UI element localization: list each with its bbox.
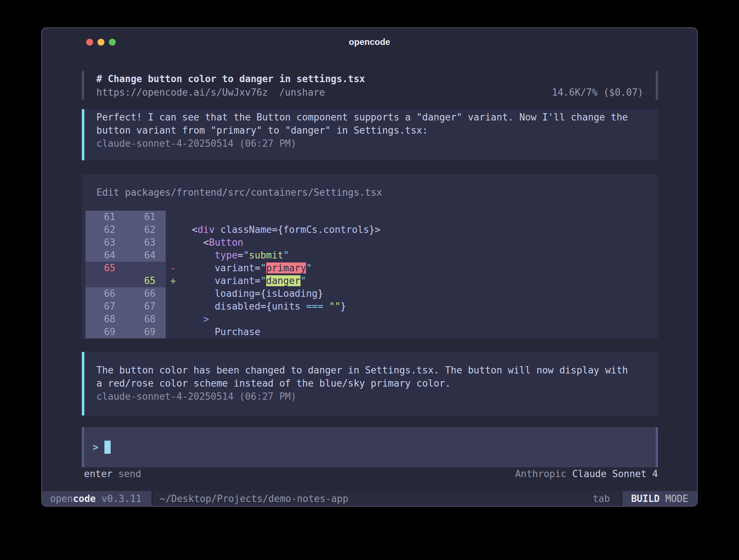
titlebar: opencode bbox=[42, 28, 697, 51]
diff-row: 6464 type="submit" bbox=[82, 249, 658, 262]
line-number-new: 65 bbox=[126, 275, 166, 287]
send-action-hint bbox=[112, 467, 118, 480]
message-meta: claude-sonnet-4-20250514 (06:27 PM) bbox=[96, 137, 658, 150]
code-line: <div className={formCs.controls}> bbox=[180, 223, 380, 236]
window-title: opencode bbox=[42, 37, 697, 47]
line-number-old: 68 bbox=[85, 313, 126, 326]
opencode-window: opencode # Change button color to danger… bbox=[41, 27, 698, 507]
diff-row: 6262 <div className={formCs.controls}> bbox=[82, 223, 658, 236]
diff-row: 6363 <Button bbox=[82, 236, 658, 249]
diff-sign bbox=[166, 249, 180, 262]
line-number-old: 61 bbox=[85, 211, 126, 223]
code-line: disabled={units === ""} bbox=[180, 300, 346, 313]
diff-row: 6868 > bbox=[82, 313, 658, 326]
message-line: a red/rose color scheme instead of the b… bbox=[96, 377, 658, 390]
line-number-old bbox=[85, 275, 126, 287]
mode-suffix: MODE bbox=[660, 493, 688, 504]
app-name-bold: code bbox=[73, 493, 96, 504]
line-number-old: 67 bbox=[85, 300, 126, 313]
line-number-new: 66 bbox=[126, 287, 166, 300]
code-line: <Button bbox=[180, 236, 243, 249]
diff-row: 6969 Purchase bbox=[82, 326, 658, 338]
message-meta: claude-sonnet-4-20250514 (06:27 PM) bbox=[96, 390, 658, 403]
app-version: v0.3.11 bbox=[96, 493, 141, 504]
line-number-old: 63 bbox=[85, 236, 126, 249]
line-number-new: 68 bbox=[126, 313, 166, 326]
app-name: open bbox=[50, 493, 73, 504]
line-number-new: 63 bbox=[126, 236, 166, 249]
line-number-old: 66 bbox=[85, 287, 126, 300]
diff-sign bbox=[166, 326, 180, 338]
footer-hints: enter send Anthropic Claude Sonnet 4 bbox=[84, 467, 658, 480]
message-line: button variant from "primary" to "danger… bbox=[96, 124, 658, 137]
diff-sign bbox=[166, 313, 180, 326]
model-indicator: Anthropic Claude Sonnet 4 bbox=[515, 467, 658, 480]
model-name: Claude Sonnet 4 bbox=[572, 468, 658, 479]
code-line: variant="danger" bbox=[180, 275, 306, 287]
send-action-hint: send bbox=[118, 467, 141, 480]
edit-tool-title: Edit packages/frontend/src/containers/Se… bbox=[82, 174, 658, 211]
diff-sign: + bbox=[166, 275, 180, 287]
status-bar: opencode v0.3.11 ~/Desktop/Projects/demo… bbox=[42, 491, 697, 506]
text-cursor bbox=[104, 441, 111, 454]
tab-key-hint: tab bbox=[593, 493, 621, 504]
message-line: The button color has been changed to dan… bbox=[96, 364, 658, 377]
diff-row: 6666 loading={isLoading} bbox=[82, 287, 658, 300]
diff-sign bbox=[166, 236, 180, 249]
line-number-new: 64 bbox=[126, 249, 166, 262]
line-number-old: 64 bbox=[85, 249, 126, 262]
diff-sign bbox=[166, 211, 180, 223]
code-line: variant="primary" bbox=[180, 262, 312, 275]
line-number-new: 62 bbox=[126, 223, 166, 236]
line-number-old: 65 bbox=[85, 262, 126, 275]
mode-label: BUILD bbox=[631, 493, 659, 504]
working-directory: ~/Desktop/Projects/demo-notes-app bbox=[160, 493, 348, 504]
code-line: type="submit" bbox=[180, 249, 289, 262]
line-number-old: 69 bbox=[85, 326, 126, 338]
code-line: > bbox=[180, 313, 209, 326]
line-number-old: 62 bbox=[85, 223, 126, 236]
session-title: # Change button color to danger in setti… bbox=[96, 72, 643, 86]
line-number-new: 61 bbox=[126, 211, 166, 223]
code-line: Purchase bbox=[180, 326, 260, 338]
assistant-message: Perfect! I can see that the Button compo… bbox=[82, 109, 658, 160]
diff-row: 6767 disabled={units === ""} bbox=[82, 300, 658, 313]
share-url[interactable]: https://opencode.ai/s/UwJxv76z bbox=[96, 86, 268, 99]
app-version-chip: opencode v0.3.11 bbox=[42, 491, 153, 506]
mode-chip: BUILD MODE bbox=[621, 491, 697, 506]
diff-sign: - bbox=[166, 262, 180, 275]
prompt-caret: > bbox=[93, 442, 99, 453]
provider-name: Anthropic bbox=[515, 468, 573, 479]
diff-table: 61616262 <div className={formCs.controls… bbox=[82, 211, 658, 338]
code-line: loading={isLoading} bbox=[180, 287, 323, 300]
line-number-new: 69 bbox=[126, 326, 166, 338]
diff-row: 6161 bbox=[82, 211, 658, 223]
message-line: Perfect! I can see that the Button compo… bbox=[96, 111, 658, 124]
enter-key-hint: enter bbox=[84, 467, 112, 480]
prompt-input[interactable]: > bbox=[82, 427, 658, 467]
diff-row: 65- variant="primary" bbox=[82, 262, 658, 275]
session-header: # Change button color to danger in setti… bbox=[82, 71, 658, 100]
token-usage: 14.6K/7% ($0.07) bbox=[552, 86, 643, 99]
diff-sign bbox=[166, 300, 180, 313]
edit-tool-card: Edit packages/frontend/src/containers/Se… bbox=[82, 174, 658, 338]
diff-sign bbox=[166, 223, 180, 236]
unshare-command[interactable]: /unshare bbox=[279, 86, 325, 99]
line-number-new bbox=[126, 262, 166, 275]
line-number-new: 67 bbox=[126, 300, 166, 313]
diff-row: 65+ variant="danger" bbox=[82, 275, 658, 287]
assistant-message: The button color has been changed to dan… bbox=[82, 352, 658, 415]
diff-sign bbox=[166, 287, 180, 300]
